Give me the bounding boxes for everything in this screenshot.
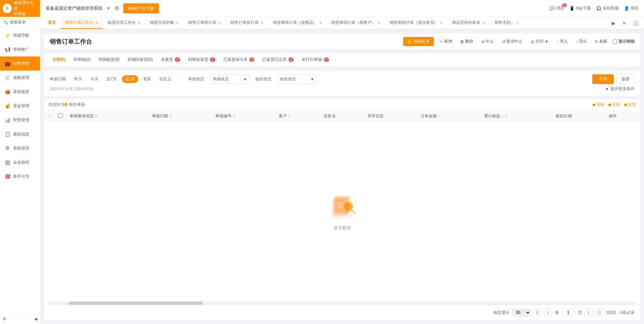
- date-btn-1month[interactable]: 近1月: [122, 75, 138, 83]
- header-settings-icon[interactable]: ⚙: [115, 5, 119, 11]
- tab-fullscreen-btn[interactable]: ⬜: [630, 19, 641, 27]
- sidebar-item-management[interactable]: 📊 经营管理: [0, 113, 40, 127]
- show-detail-checkbox[interactable]: 显示明细: [613, 39, 635, 44]
- tab-sales-by-staff[interactable]: 销货单统计表（按业务员） ✕: [385, 17, 447, 29]
- sub-tab-shipped-not-out[interactable]: 已发货未出库 0: [219, 55, 259, 64]
- sidebar-item-inventory[interactable]: 📦 库存核算: [0, 85, 40, 99]
- tab-sales-stats[interactable]: 销售订单统计表 ✕: [183, 17, 226, 29]
- sidebar-item-guide[interactable]: 🎯 新手引导: [0, 169, 40, 184]
- date-btn-yesterday[interactable]: 昨天: [71, 75, 85, 83]
- tab-close-daily-clear[interactable]: ✕: [138, 21, 140, 25]
- sidebar-item-enterprise[interactable]: 🏢 企业协同: [0, 155, 40, 169]
- horizontal-scrollbar[interactable]: [48, 301, 636, 305]
- tab-home[interactable]: 首页: [43, 17, 60, 29]
- message-action[interactable]: 💬 6 消息: [550, 5, 564, 11]
- sidebar-item-marketing[interactable]: 📢 营销推广: [0, 42, 40, 56]
- sidebar-item-quick-nav[interactable]: ⚡ 快捷导航: [0, 28, 40, 42]
- sidebar-item-purchase[interactable]: 🛒 采购管理: [0, 71, 40, 85]
- sort-date-icon[interactable]: ⇅: [169, 114, 172, 118]
- sub-tab-wangpu[interactable]: 旺铺待发货(0): [124, 55, 157, 64]
- import-btn[interactable]: ↑ 导入: [554, 37, 570, 46]
- tab-sales-workbench[interactable]: 销售订单工作台 ✕: [60, 17, 103, 29]
- export-btn[interactable]: ↓ 导出: [573, 37, 590, 46]
- tab-close-sales-gross[interactable]: ✕: [516, 21, 519, 25]
- sub-tab-overdue[interactable]: 到期未发货 0: [184, 55, 219, 64]
- col-number: 单据编号⇅: [212, 111, 275, 122]
- tab-close-sales-by-customer[interactable]: ✕: [378, 21, 380, 25]
- tab-close-daily-reconcile[interactable]: ✕: [176, 21, 179, 25]
- stop-btn[interactable]: ⊘ 中止: [479, 37, 497, 46]
- tab-close-sales-workbench[interactable]: ✕: [95, 21, 98, 25]
- sidebar-item-basic-info[interactable]: 📋 基础信息: [0, 127, 40, 141]
- refresh-btn[interactable]: ↻ 刷新: [592, 37, 610, 46]
- tab-close-gross-profit[interactable]: ✕: [482, 21, 485, 25]
- page-number-input[interactable]: [562, 309, 575, 316]
- overdue-badge: 0: [210, 57, 215, 62]
- prev-page-btn[interactable]: ⟨: [544, 309, 552, 317]
- show-detail-input[interactable]: [613, 39, 617, 44]
- sub-tab-not-printed[interactable]: 未打印单据 0: [298, 55, 333, 64]
- expand-filter-btn[interactable]: ▼ 展开更多条件: [605, 86, 635, 92]
- sort-amount-icon[interactable]: ⇅: [438, 114, 441, 118]
- not-shipped-badge: 0: [175, 57, 180, 62]
- review-action-btn[interactable]: 审核: [593, 102, 604, 108]
- sub-tab-not-shipped[interactable]: 未发货 0: [157, 55, 184, 64]
- tab-close-sales-exec[interactable]: ✕: [261, 21, 263, 25]
- sub-tab-pending-check[interactable]: 待拣验货(0): [94, 55, 124, 64]
- sidebar-settings-btn[interactable]: ⚙: [3, 317, 6, 321]
- sort-customer-icon[interactable]: ⇅: [288, 114, 291, 118]
- filter-area: 单据日期 昨天 今天 近7天 近1月 更多 自定义 单据状态 单据状态 ▼ 收款…: [44, 70, 640, 96]
- checkbox-col[interactable]: [55, 111, 66, 122]
- sidebar-item-finance[interactable]: 💰 资金管理: [0, 99, 40, 113]
- sort-number-icon[interactable]: ⇅: [232, 114, 236, 118]
- add-btn[interactable]: ＋ 新增: [436, 37, 455, 46]
- table-scroll[interactable]: ☰ 单据整体状态⇅ 单据日期⇅ 单据编号⇅ 客户⇅ 业务员 异常信息 订单金额⇅…: [44, 111, 640, 301]
- sidebar-collapse-btn[interactable]: ◀: [34, 317, 37, 321]
- tab-close-sales-stats[interactable]: ✕: [218, 21, 221, 25]
- date-btn-more[interactable]: 更多: [140, 75, 154, 83]
- date-btn-custom[interactable]: 自定义: [156, 75, 174, 83]
- user-action[interactable]: 👤 用友: [624, 5, 639, 11]
- sidebar-item-system[interactable]: ⚙ 系统管理: [0, 141, 40, 155]
- first-page-btn[interactable]: ⟨⟨: [533, 309, 542, 317]
- sub-tab-pending-review[interactable]: 待审核(0): [70, 55, 95, 64]
- system-dropdown-icon[interactable]: ▼: [106, 6, 111, 11]
- sidebar-search[interactable]: 🔍 搜索菜单: [0, 17, 40, 28]
- tab-sales-by-product[interactable]: 销货单统计表（按商品） ✕: [268, 17, 327, 29]
- tab-sales-by-customer[interactable]: 销货单统计表（按客户） ✕: [327, 17, 385, 29]
- next-page-btn[interactable]: ⟩: [585, 309, 593, 317]
- select-all-checkbox[interactable]: [58, 113, 63, 118]
- tab-close-sales-by-product[interactable]: ✕: [319, 21, 322, 25]
- tab-close-sales-by-staff[interactable]: ✕: [440, 21, 443, 25]
- page-size-select[interactable]: 50 100 200: [512, 309, 531, 316]
- query-btn[interactable]: 查询: [592, 74, 614, 84]
- tab-gross-profit[interactable]: 商品毛利分析表 ✕: [447, 17, 490, 29]
- tab-close-all-btn[interactable]: ✕: [619, 19, 629, 27]
- app-download-action[interactable]: 📱 App下载: [569, 5, 591, 11]
- last-page-btn[interactable]: ⟩⟩: [595, 309, 603, 317]
- smart-generate-btn[interactable]: ⭐ 智能生单: [403, 37, 434, 46]
- sort-status-icon[interactable]: ⇅: [95, 114, 98, 118]
- filter-settings-btn[interactable]: 设置: [616, 74, 635, 84]
- tab-more-btn[interactable]: ▶: [609, 19, 618, 27]
- tab-sales-gross[interactable]: 销售毛利... ✕: [490, 17, 523, 29]
- payment-select[interactable]: 收款状态 ▼: [277, 75, 317, 84]
- sub-tab-shipped-out[interactable]: 已发货已出库 0: [258, 55, 298, 64]
- sort-cumulative-icon[interactable]: ⇅: [505, 114, 508, 118]
- print-btn[interactable]: 🖨 打印 ▼: [528, 37, 551, 46]
- tab-sales-exec[interactable]: 销售订单执行表 ✕: [226, 17, 268, 29]
- status-select[interactable]: 单据状态 ▼: [210, 75, 250, 84]
- sidebar-item-sales[interactable]: 💼 销售管理: [0, 56, 40, 71]
- cancel-review-action-btn[interactable]: 弃审: [608, 102, 620, 108]
- ship-action-btn[interactable]: 发货: [624, 102, 636, 108]
- date-btn-7days[interactable]: 近7天: [103, 75, 120, 83]
- sub-tab-all[interactable]: 全部(0): [48, 55, 70, 64]
- tab-daily-reconcile[interactable]: 钱货日清对账 ✕: [145, 17, 183, 29]
- online-service-action[interactable]: 🎧 在线客服: [596, 5, 619, 11]
- trial-button[interactable]: 体验行业方案: [123, 3, 159, 13]
- tab-daily-clear[interactable]: 钱货日清工作台 ✕: [103, 17, 145, 29]
- scrollbar-thumb[interactable]: [69, 301, 203, 305]
- date-btn-today[interactable]: 今天: [87, 75, 101, 83]
- delete-btn[interactable]: 🗑 删除: [458, 37, 476, 46]
- cancel-stop-btn[interactable]: ↺ 取消中止: [499, 37, 525, 46]
